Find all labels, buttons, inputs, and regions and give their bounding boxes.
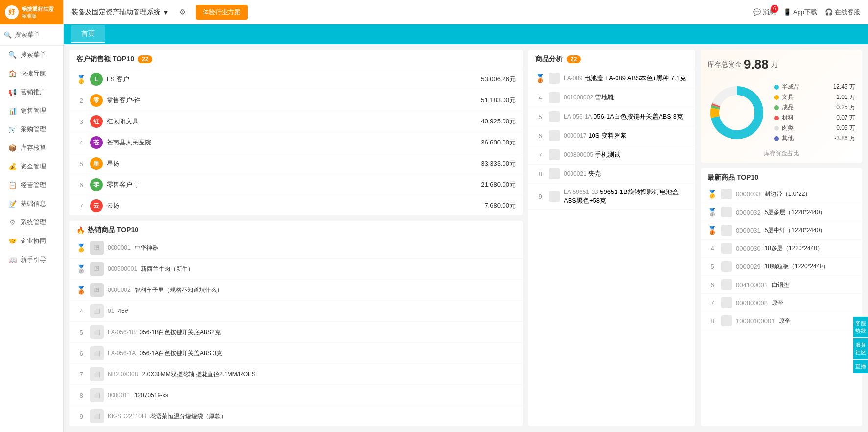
product-rank: 7 xyxy=(76,371,86,378)
new-product-name: 5层中纤（1220*2440） xyxy=(765,226,855,235)
rank-num: 8 xyxy=(535,170,545,178)
customer-name: 星扬 xyxy=(107,159,477,168)
sidebar-nav: 🔍 搜索菜单🏠 快捷导航📢 营销推广📊 销售管理🛒 采购管理📦 库存核算💰 资金… xyxy=(0,46,63,269)
legend-item: 成品 0.25 万 xyxy=(774,103,855,112)
customer-ranking-badge: 22 xyxy=(138,55,152,63)
sidebar-item-guide[interactable]: 📖 新手引导 xyxy=(0,250,63,269)
product-placeholder-icon xyxy=(549,92,560,103)
app-download-button[interactable]: 📱 App下载 xyxy=(783,8,817,17)
hot-products-list: 🥇 图 0000001 中华神器 🥈 图 000500001 新西兰牛肉（新牛）… xyxy=(69,238,523,426)
sidebar-item-inventory[interactable]: 📦 库存核算 xyxy=(0,139,63,157)
product-name: 雪地靴 xyxy=(595,94,614,101)
sidebar-label-search: 搜索菜单 xyxy=(21,50,46,59)
new-product-name: 18多层（1220*2440） xyxy=(765,244,855,253)
content-area: 客户销售额 TOP10 22 🥇 L LS 客户 53,006.26元 2 零 … xyxy=(64,44,868,432)
new-product-name: 原奎 xyxy=(779,317,855,325)
new-product-code: 0000032 xyxy=(736,209,761,216)
list-item: 7 ⬜ NB2.0X30B 2.0X30MM双搓花轴,搓花直径2.1MM/ROH… xyxy=(69,364,523,385)
customer-name: 红太阳文具 xyxy=(107,117,477,126)
rank-num: 5 xyxy=(708,263,717,270)
sidebar-item-sales[interactable]: 📊 销售管理 xyxy=(0,101,63,120)
recently-sold-info: LA-089 电池盖 LA-089 ABS本色+黑种 7.1克 xyxy=(564,74,686,83)
recently-sold-info: 000800005 手机测试 xyxy=(564,150,620,159)
system-icon: ⚙ xyxy=(8,218,17,227)
inventory-chart-label: 库存资金占比 xyxy=(701,146,862,163)
topbar: 装备及固定资产辅助管理系统 ▼ ⚙ 体验行业方案 💬 消息 6 📱 App下载 … xyxy=(64,0,868,24)
search-menu-button[interactable]: 🔍 搜索菜单 xyxy=(4,28,59,41)
legend-dot xyxy=(774,85,779,90)
product-code: KK-SD22110H xyxy=(108,413,146,420)
recently-sold-info: LA-056-1A 056-1A白色按键开关盖ABS 3克 xyxy=(564,112,683,121)
sidebar-item-finance[interactable]: 💰 资金管理 xyxy=(0,157,63,176)
recently-sold-info: LA-59651-1B 59651-1B旋转投影灯电池盒ABS黑色+58克 xyxy=(564,188,688,205)
product-placeholder-icon xyxy=(549,73,560,84)
list-item: 5 LA-056-1A 056-1A白色按键开关盖ABS 3克 xyxy=(528,107,695,126)
sidebar: 好 畅捷通好生意 标准版 🔍 搜索菜单 🔍 搜索菜单🏠 快捷导航📢 营销推广📊 … xyxy=(0,0,64,432)
sidebar-label-inventory: 库存核算 xyxy=(21,144,46,152)
product-name: 手机测试 xyxy=(595,151,620,158)
sidebar-item-enterprise[interactable]: 🤝 企业协同 xyxy=(0,232,63,250)
product-rank-medal: 🥈 xyxy=(76,264,86,274)
sales-icon: 📊 xyxy=(8,106,17,115)
topbar-right: 💬 消息 6 📱 App下载 🎧 在线客服 xyxy=(753,8,860,17)
customer-ranking-card: 客户销售额 TOP10 22 🥇 L LS 客户 53,006.26元 2 零 … xyxy=(69,50,523,215)
sidebar-label-finance: 资金管理 xyxy=(21,162,46,171)
sidebar-item-purchase[interactable]: 🛒 采购管理 xyxy=(0,120,63,139)
tab-home[interactable]: 首页 xyxy=(71,25,105,43)
product-name: 中华神器 xyxy=(135,244,158,252)
online-service-button[interactable]: 🎧 在线客服 xyxy=(825,8,860,17)
table-row: 🥇 L LS 客户 53,006.26元 xyxy=(69,69,523,90)
legend-item: 肉类 -0.05 万 xyxy=(774,124,855,132)
list-item: 4 ⬜ 01 45# xyxy=(69,301,523,322)
sidebar-item-search[interactable]: 🔍 搜索菜单 xyxy=(0,46,63,64)
new-product-name: 18颗粒板（1220*2440） xyxy=(765,263,855,271)
customer-amount: 7,680.00元 xyxy=(484,201,516,210)
customer-name: 苍南县人民医院 xyxy=(107,138,477,147)
customer-amount: 33,333.00元 xyxy=(481,159,516,168)
fire-icon: 🔥 xyxy=(76,226,85,234)
mobile-icon: 📱 xyxy=(783,8,791,16)
sidebar-label-guide: 新手引导 xyxy=(21,255,46,264)
list-item: 5 ⬜ LA-056-1B 056-1B白色按键开关底ABS2克 xyxy=(69,322,523,343)
float-service-button[interactable]: 客服热线 xyxy=(853,317,868,337)
system-title-dropdown[interactable]: 装备及固定资产辅助管理系统 ▼ xyxy=(71,8,169,17)
hot-products-card: 🔥 热销商品 TOP10 🥇 图 0000001 中华神器 🥈 图 000500… xyxy=(69,221,523,426)
sidebar-label-marketing: 营销推广 xyxy=(21,88,46,96)
basics-icon: 📝 xyxy=(8,199,17,208)
inventory-title: 库存总资金 xyxy=(708,60,742,69)
new-product-code: 0000029 xyxy=(736,263,761,270)
table-row: 5 星 星扬 33,333.00元 xyxy=(69,153,523,174)
list-item: 8 0000021 夹壳 xyxy=(528,165,695,184)
rank-num: 6 xyxy=(535,132,545,140)
trial-button[interactable]: 体验行业方案 xyxy=(196,5,248,20)
nav-tabs: 首页 xyxy=(64,24,868,44)
rank-num: 8 xyxy=(708,317,717,325)
new-product-thumb xyxy=(721,225,732,236)
logo-icon: 好 xyxy=(5,5,19,19)
legend-label: 成品 xyxy=(782,103,833,112)
sidebar-item-operations[interactable]: 📋 经营管理 xyxy=(0,176,63,194)
sidebar-item-marketing[interactable]: 📢 营销推广 xyxy=(0,83,63,101)
product-code: LA-056-1B xyxy=(108,329,136,336)
rank-num: 5 xyxy=(76,160,86,168)
sidebar-item-system[interactable]: ⚙ 系统管理 xyxy=(0,213,63,232)
product-name: 夹壳 xyxy=(588,170,601,177)
notification-button[interactable]: 💬 消息 6 xyxy=(753,8,776,17)
list-item: 6 ⬜ LA-056-1A 056-1A白色按键开关盖ABS 3克 xyxy=(69,343,523,364)
settings-button[interactable]: ⚙ xyxy=(175,5,190,20)
float-service-button[interactable]: 直播 xyxy=(853,360,868,373)
sidebar-item-basics[interactable]: 📝 基础信息 xyxy=(0,194,63,213)
new-product-code: 004100001 xyxy=(736,281,768,288)
legend-dot xyxy=(774,105,779,110)
sidebar-label-sales: 销售管理 xyxy=(21,106,46,115)
new-product-code: 0000030 xyxy=(736,245,761,252)
product-placeholder-icon xyxy=(549,149,560,160)
product-analysis-header: 商品分析 22 xyxy=(528,50,695,69)
sidebar-item-quick-nav[interactable]: 🏠 快捷导航 xyxy=(0,64,63,83)
float-service-button[interactable]: 服务社区 xyxy=(853,338,868,359)
list-item: 7 000800005 手机测试 xyxy=(528,145,695,165)
legend-dot xyxy=(774,116,779,120)
list-item: 4 0000030 18多层（1220*2440） xyxy=(701,240,862,258)
sidebar-search-section[interactable]: 🔍 搜索菜单 xyxy=(0,24,63,46)
product-placeholder-icon xyxy=(549,168,560,179)
